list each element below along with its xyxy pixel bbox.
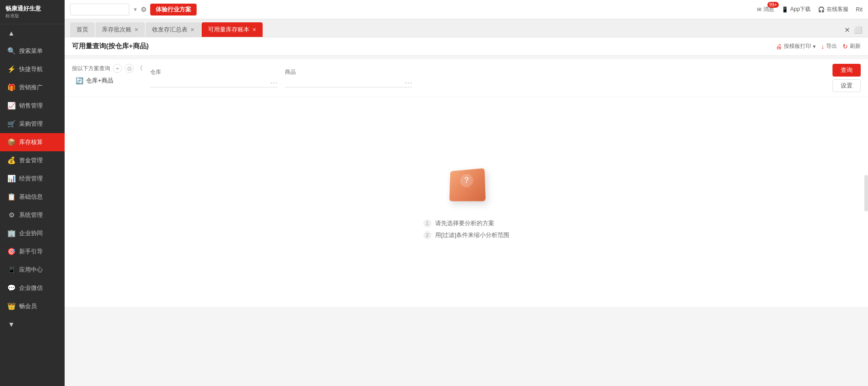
hint-num-1: 1: [423, 219, 431, 227]
filter-scheme-settings-button[interactable]: ⊙: [125, 64, 134, 73]
scroll-up-icon: ▲: [7, 29, 15, 37]
product-field-input-wrapper: ...: [285, 77, 412, 87]
tab-receive-ledger-close[interactable]: ✕: [190, 27, 194, 33]
tab-available-ledger[interactable]: 可用量库存账本 ✕: [202, 22, 263, 37]
sidebar-label-shortcut: 快捷导航: [19, 65, 43, 73]
app-download-label: App下载: [790, 5, 811, 13]
scheme-label: 仓库+商品: [86, 77, 113, 85]
print-button[interactable]: 🖨 按模板打印 ▾: [776, 42, 816, 50]
filter-section-label: 按以下方案查询: [72, 65, 110, 72]
sidebar-label-finance: 资金管理: [19, 156, 43, 165]
message-icon: ✉: [757, 6, 761, 13]
sidebar-label-system: 系统管理: [19, 211, 43, 219]
sidebar-item-system[interactable]: ⚙ 系统管理: [0, 206, 65, 224]
sidebar-item-search[interactable]: 🔍 搜索菜单: [0, 42, 65, 60]
topbar-chevron-icon[interactable]: ▾: [134, 6, 137, 13]
topbar-gear-icon[interactable]: ⚙: [141, 5, 147, 14]
sidebar-item-finance[interactable]: 💰 资金管理: [0, 151, 65, 170]
hint-text-2: 用[过滤]条件来缩小分析范围: [435, 231, 509, 239]
product-field-label: 商品: [285, 68, 412, 76]
sidebar-item-enterprise[interactable]: 🏢 企业协同: [0, 224, 65, 242]
sidebar-label-operations: 经营管理: [19, 175, 43, 183]
sidebar-nav: ▲ 🔍 搜索菜单 ⚡ 快捷导航 🎁 营销推广 📈 销售管理 🛒 采购管理 📦 库…: [0, 24, 65, 386]
online-service-button[interactable]: 🎧 在线客服: [818, 5, 848, 13]
tab-receive-ledger[interactable]: 收发存汇总表 ✕: [146, 22, 201, 37]
scroll-down-icon: ▼: [7, 320, 15, 328]
hint-num-2: 2: [423, 231, 431, 239]
export-label: 导出: [826, 42, 837, 50]
sidebar-item-newbie[interactable]: 🎯 新手引导: [0, 242, 65, 261]
maximize-button[interactable]: ⬜: [854, 26, 863, 34]
tab-batch-ledger[interactable]: 库存批次账 ✕: [96, 22, 145, 37]
app-logo: 畅康通好生意 标准版: [0, 0, 65, 24]
warehouse-dots-button[interactable]: ...: [270, 77, 278, 85]
sidebar-label-search: 搜索菜单: [19, 47, 43, 55]
sidebar-item-app-center[interactable]: 📱 应用中心: [0, 261, 65, 279]
sidebar-scroll-down[interactable]: ▼: [0, 315, 65, 333]
filter-scheme-warehouse-product[interactable]: 🔄 仓库+商品: [72, 75, 143, 87]
empty-box-icon: [449, 168, 486, 201]
username-label: Rit: [856, 6, 863, 13]
sidebar-label-newbie: 新手引导: [19, 247, 43, 256]
topbar: ▾ ⚙ 体验行业方案 ✉ 消息 99+ 📱 App下载 🎧 在线客服 Rit: [65, 0, 868, 19]
tab-receive-ledger-label: 收发存汇总表: [152, 26, 188, 34]
refresh-button[interactable]: ↻ 刷新: [843, 42, 861, 50]
hint-text-1: 请先选择要分析的方案: [435, 219, 494, 227]
sidebar-label-inventory: 库存核算: [19, 138, 43, 146]
tab-batch-ledger-close[interactable]: ✕: [134, 27, 138, 33]
settings-button[interactable]: 设置: [832, 79, 861, 92]
service-icon: 🎧: [818, 6, 825, 13]
right-scrollbar[interactable]: [864, 175, 868, 211]
page-header-actions: 🖨 按模板打印 ▾ ↓ 导出 ↻ 刷新: [776, 42, 861, 50]
product-input[interactable]: [285, 78, 405, 85]
sidebar-item-inventory[interactable]: 📦 库存核算: [0, 133, 65, 151]
export-icon: ↓: [821, 43, 824, 50]
sidebar-item-shortcut[interactable]: ⚡ 快捷导航: [0, 60, 65, 78]
sidebar-label-basic-info: 基础信息: [19, 193, 43, 201]
industry-solution-button[interactable]: 体验行业方案: [150, 4, 197, 15]
tab-available-ledger-close[interactable]: ✕: [252, 27, 256, 33]
sidebar-scroll-up[interactable]: ▲: [0, 24, 65, 42]
tabs-bar: 首页 库存批次账 ✕ 收发存汇总表 ✕ 可用量库存账本 ✕ ✕ ⬜: [65, 19, 868, 37]
enterprise-icon: 🏢: [7, 229, 15, 237]
filter-collapse-button[interactable]: 《: [137, 64, 143, 72]
tab-home[interactable]: 首页: [70, 22, 95, 37]
sidebar-item-purchase[interactable]: 🛒 采购管理: [0, 115, 65, 133]
online-service-label: 在线客服: [827, 5, 848, 13]
app-name: 畅康通好生意: [5, 5, 59, 13]
product-dots-button[interactable]: ...: [405, 77, 412, 85]
sidebar-label-marketing: 营销推广: [19, 83, 43, 92]
inventory-icon: 📦: [7, 138, 15, 146]
sidebar-item-operations[interactable]: 📊 经营管理: [0, 170, 65, 188]
member-icon: 👑: [7, 302, 15, 310]
filter-add-button[interactable]: +: [113, 64, 122, 73]
shortcut-icon: ⚡: [7, 65, 15, 73]
sidebar-item-sales[interactable]: 📈 销售管理: [0, 97, 65, 115]
filter-label-title: 按以下方案查询 + ⊙ 《: [72, 64, 143, 73]
messages-button[interactable]: ✉ 消息 99+: [757, 5, 774, 13]
search-icon: 🔍: [7, 47, 15, 55]
topbar-search-input[interactable]: [70, 4, 129, 15]
sidebar-item-wechat[interactable]: 💬 企业微信: [0, 279, 65, 297]
page-content: 可用量查询(按仓库+商品) 🖨 按模板打印 ▾ ↓ 导出 ↻ 刷新: [65, 37, 868, 386]
filter-action-buttons: 查询 设置: [832, 64, 861, 92]
empty-hint-2: 2 用[过滤]条件来缩小分析范围: [423, 231, 509, 239]
filter-field-warehouse: 仓库 ...: [150, 68, 278, 87]
tab-available-ledger-label: 可用量库存账本: [208, 26, 249, 34]
tab-home-label: 首页: [76, 26, 88, 34]
sidebar-item-member[interactable]: 👑 畅会员: [0, 297, 65, 315]
print-icon: 🖨: [776, 43, 782, 50]
sidebar-item-marketing[interactable]: 🎁 营销推广: [0, 78, 65, 97]
sidebar-item-basic-info[interactable]: 📋 基础信息: [0, 188, 65, 206]
warehouse-input[interactable]: [150, 78, 270, 85]
app-version: 标准版: [5, 13, 59, 19]
basic-info-icon: 📋: [7, 193, 15, 201]
export-button[interactable]: ↓ 导出: [821, 42, 837, 50]
query-button[interactable]: 查询: [832, 64, 861, 77]
tabs-window-controls: ✕ ⬜: [844, 26, 863, 34]
sidebar-label-sales: 销售管理: [19, 102, 43, 110]
app-download-button[interactable]: 📱 App下载: [782, 5, 811, 13]
close-tab-button[interactable]: ✕: [844, 26, 850, 34]
main-content: ▾ ⚙ 体验行业方案 ✉ 消息 99+ 📱 App下载 🎧 在线客服 Rit 首…: [65, 0, 868, 386]
operations-icon: 📊: [7, 175, 15, 183]
